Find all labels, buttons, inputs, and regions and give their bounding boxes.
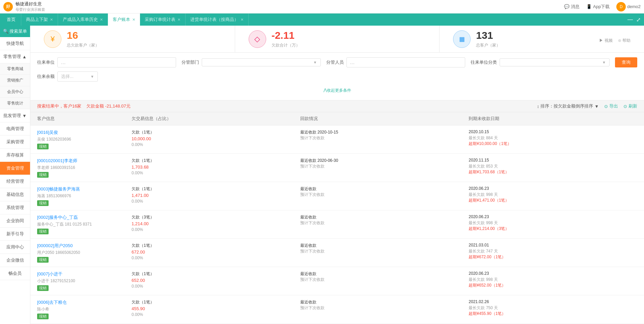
stat-icon-debt: ¥ (44, 30, 61, 48)
dept-arrow-icon: ▼ (313, 60, 317, 64)
next-collect-3: 预计下次收款 (300, 220, 469, 226)
refresh-icon: ⊙ (623, 104, 627, 109)
table-row: [000002]用户2050 用户2050 18665062050 现销 欠款（… (30, 239, 644, 267)
debt-amount-1[interactable]: 1,703.68 (132, 165, 300, 170)
tab-home[interactable]: 首页 (1, 13, 21, 26)
sidebar-item-basic-info[interactable]: 基础信息 (0, 188, 30, 201)
overdue-days-3: 最长欠款 998 天 (469, 220, 637, 226)
overdue-amount-2[interactable]: 超期¥1,471.00（1笔） (469, 198, 637, 203)
from-unit-field: 往来单位 ... (37, 57, 176, 67)
sidebar-item-member[interactable]: 会员中心 (0, 86, 30, 98)
from-unit-input[interactable]: ... (57, 57, 176, 67)
manager-dots: ... (350, 59, 355, 65)
tab-inbound2-close[interactable]: ✕ (241, 18, 244, 22)
debt-note-6: 欠款（1笔） (132, 299, 300, 305)
user-btn[interactable]: D demo2 (616, 2, 641, 11)
sidebar-item-vip[interactable]: 畅会员 (0, 267, 30, 280)
balance-select[interactable]: 选择... ▼ (57, 71, 98, 82)
app-download-btn[interactable]: 📱 App下载 (586, 4, 610, 10)
from-unit-label: 往来单位 (37, 59, 55, 65)
sidebar-item-purchase[interactable]: 采购管理 (0, 136, 30, 149)
debt-note-2: 欠款（1笔） (132, 186, 300, 192)
customer-contact-1: 李老师 18600391516 (37, 165, 132, 171)
sidebar-item-retail-mall[interactable]: 零售商城 (0, 63, 30, 75)
stat-value-area-total: 131 总客户（家） (476, 30, 500, 48)
debt-amount-6[interactable]: 455.90 (132, 306, 300, 311)
dept-field: 分管部门 ▼ (181, 58, 320, 66)
tab-inbound[interactable]: 产成品入库单历史 ✕ (58, 13, 108, 26)
debt-amount-5[interactable]: 652.00 (132, 278, 300, 283)
overdue-amount-4[interactable]: 超期¥672.00（1笔） (469, 254, 637, 260)
customer-name-2[interactable]: [0003]畅捷服务尹海蒸 (37, 186, 132, 192)
sidebar-item-retail-stat[interactable]: 零售统计 (0, 98, 30, 109)
debt-amount-2[interactable]: 1,471.00 (132, 193, 300, 198)
export-button[interactable]: ⊙ 导出 (604, 103, 618, 109)
sidebar-item-quick-nav[interactable]: 快捷导航 (0, 37, 30, 50)
sidebar-item-newbie[interactable]: 新手引导 (0, 228, 30, 241)
sidebar-item-business[interactable]: 经营管理 (0, 175, 30, 188)
sidebar-item-batch-mgmt[interactable]: 批发管理 ▼ (0, 109, 30, 122)
sidebar-item-enterprise[interactable]: 企业协同 (0, 214, 30, 228)
customer-cell-2: [0003]畅捷服务尹海蒸 海蒸 18513066976 现销 (37, 186, 132, 206)
manager-input[interactable]: ... (346, 57, 465, 67)
customer-cell-6: [0006]去下粮仓 陈小希 现销 (37, 299, 132, 319)
debt-amount-0[interactable]: 10,000.00 (132, 136, 300, 141)
tab-expand-icon[interactable]: ⤢ (636, 17, 641, 23)
sidebar-item-app-center[interactable]: 应用中心 (0, 241, 30, 254)
debt-cell-6: 欠款（1笔） 455.90 0.00% (132, 299, 300, 317)
overdue-amount-1[interactable]: 超期¥1,703.68（1笔） (469, 169, 637, 175)
sidebar-item-enterprise-wx[interactable]: 企业微信 (0, 254, 30, 267)
customer-badge-2: 现销 (37, 200, 49, 206)
overdue-amount-3[interactable]: 超期¥1,214.00（3笔） (469, 226, 637, 232)
collapse-icon: ⋀ (324, 88, 327, 93)
stat-debt-amount: ◇ -2.11 欠款合计（万） (235, 26, 440, 52)
export-icon: ⊙ (604, 104, 608, 109)
debt-amount-4[interactable]: 672.00 (132, 249, 300, 255)
table-header: 客户信息 欠交易信息（占比） 回款情况 到期未收款日期 (30, 112, 644, 125)
overdue-amount-6[interactable]: 超期¥455.90（1笔） (469, 311, 637, 317)
debt-cell-1: 欠款（1笔） 1,703.68 0.00% (132, 158, 300, 175)
query-button[interactable]: 查询 (615, 57, 637, 67)
overdue-amount-5[interactable]: 超期¥652.00（1笔） (469, 283, 637, 288)
collapse-row[interactable]: ⋀ 收起更多条件 (37, 86, 637, 95)
result-actions: ↕ 排序：按欠款金额倒序排序 ▼ ⊙ 导出 ⊙ 刷新 (537, 103, 637, 109)
tab-account[interactable]: 客户账本 ✕ (108, 13, 140, 26)
tab-purchase[interactable]: 采购订单统计表 ✕ (140, 13, 186, 26)
sidebar-item-marketing[interactable]: 营销推广 (0, 75, 30, 86)
stat-value-debt: 16 (67, 30, 99, 41)
video-btn[interactable]: ▶ 视频 (599, 38, 612, 43)
dept-input[interactable]: ▼ (202, 58, 320, 66)
sidebar-item-system[interactable]: 系统管理 (0, 201, 30, 214)
refresh-button[interactable]: ⊙ 刷新 (623, 103, 637, 109)
tab-product[interactable]: 商品上下架 ✕ (21, 13, 58, 26)
tab-product-close[interactable]: ✕ (50, 18, 53, 22)
tab-inbound-close[interactable]: ✕ (100, 18, 103, 22)
stat-value-area-debt: 16 总欠款客户（家） (67, 30, 99, 48)
customer-name-5[interactable]: [0007]小进干 (37, 271, 132, 277)
tab-inbound2[interactable]: 进货单统计表（按商品） ✕ (186, 13, 249, 26)
sort-button[interactable]: ↕ 排序：按欠款金额倒序排序 ▼ (537, 103, 599, 109)
sidebar-search[interactable]: 🔍 搜索菜单 (0, 26, 30, 37)
sidebar-item-finance[interactable]: 资金管理 (0, 162, 30, 175)
customer-name-0[interactable]: [0016]吴俊 (37, 129, 132, 136)
sidebar-item-ecommerce[interactable]: 电商管理 (0, 122, 30, 136)
help-btn[interactable]: ⊙ 帮助 (618, 38, 631, 43)
sidebar-item-retail-mgmt[interactable]: 零售管理 ▲ (0, 50, 30, 63)
tab-minimize-icon[interactable]: — (627, 17, 633, 23)
customer-badge-3: 现销 (37, 229, 49, 234)
last-collect-3: 最近收款 (300, 214, 469, 220)
customer-contact-6: 陈小希 (37, 306, 132, 312)
sidebar-item-inventory[interactable]: 库存核算 (0, 149, 30, 162)
overdue-amount-0[interactable]: 超期¥10,000.00（1笔） (469, 141, 637, 147)
message-btn[interactable]: 💬 消息 (564, 4, 580, 10)
customer-name-6[interactable]: [0006]去下粮仓 (37, 299, 132, 305)
tab-bar-right: — ⤢ (627, 17, 644, 23)
debt-amount-3[interactable]: 1,214.00 (132, 221, 300, 226)
customer-name-1[interactable]: [0001020001]李老师 (37, 158, 132, 164)
unit-class-input[interactable]: ▼ (500, 58, 610, 66)
tab-account-close[interactable]: ✕ (132, 18, 135, 22)
customer-name-3[interactable]: [0002]服务中心_丁磊 (37, 214, 132, 220)
collection-cell-0: 最近收款 2020-10-15 预计下次收款 (300, 129, 469, 141)
customer-name-4[interactable]: [000002]用户2050 (37, 243, 132, 249)
tab-purchase-close[interactable]: ✕ (177, 18, 180, 22)
